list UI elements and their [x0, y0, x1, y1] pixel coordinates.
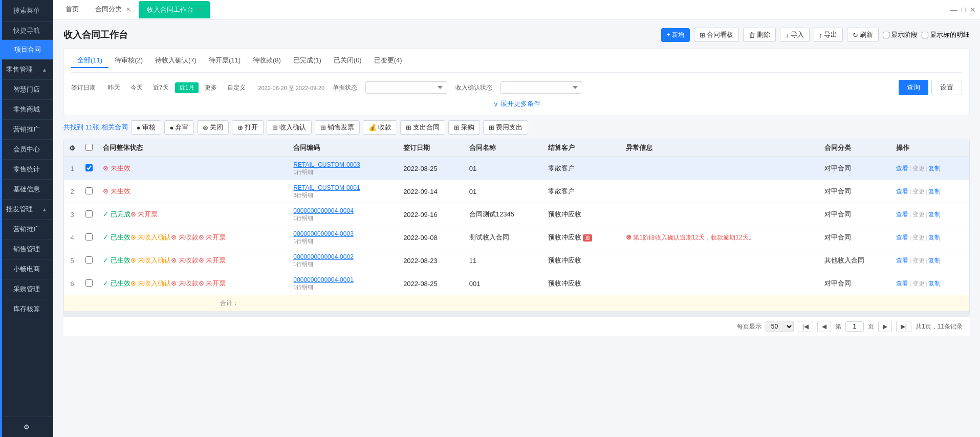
- tab-income-workbench[interactable]: 收入合同工作台 ✕: [139, 1, 210, 18]
- tab-close-income-workbench[interactable]: ✕: [197, 7, 202, 13]
- date-custom[interactable]: 自定义: [223, 82, 250, 93]
- filter-tab-completed[interactable]: 已完成(1): [287, 54, 328, 68]
- delete-button[interactable]: 🗑 删除: [743, 28, 776, 42]
- sidebar-item-smart[interactable]: 智慧门店: [0, 80, 53, 100]
- filter-tab-pending-invoice[interactable]: 待开票(11): [203, 54, 247, 68]
- op-复制[interactable]: 复制: [928, 257, 941, 264]
- filter-tab-changed[interactable]: 已变更(4): [368, 54, 408, 68]
- op-变更[interactable]: 变更: [912, 234, 925, 241]
- sidebar-item-purchase[interactable]: 采购管理: [0, 279, 53, 299]
- op-变更[interactable]: 变更: [912, 165, 925, 172]
- page-next-btn[interactable]: ▶: [878, 321, 892, 332]
- sidebar-item-stat[interactable]: 零售统计: [0, 160, 53, 180]
- contract-code-link[interactable]: RETAIL_CUSTOM-0003: [293, 161, 360, 168]
- filter-tab-pending-review[interactable]: 待审核(2): [108, 54, 149, 68]
- abandon-review-btn[interactable]: ● 弃审: [164, 120, 194, 135]
- filter-settings-button[interactable]: 设置: [931, 80, 962, 95]
- op-复制[interactable]: 复制: [928, 165, 941, 172]
- sidebar-item-base[interactable]: 基础信息: [0, 180, 53, 200]
- review-btn[interactable]: ● 审核: [131, 120, 161, 135]
- op-复制[interactable]: 复制: [928, 188, 941, 195]
- date-yesterday[interactable]: 昨天: [104, 82, 124, 93]
- sidebar-item-sales[interactable]: 销售管理: [0, 239, 53, 259]
- settings-button[interactable]: ⚙: [0, 417, 53, 437]
- sidebar-search[interactable]: 搜索菜单: [0, 0, 53, 22]
- op-变更[interactable]: 变更: [912, 211, 925, 218]
- op-变更[interactable]: 变更: [912, 257, 925, 264]
- date-more[interactable]: 更多: [201, 82, 221, 93]
- export-button[interactable]: ↑ 导出: [814, 28, 843, 42]
- date-last7[interactable]: 近7天: [149, 82, 173, 93]
- show-details-toggle[interactable]: 显示标的明细: [922, 30, 970, 39]
- tab-contract-cat[interactable]: 合同分类 ✕: [87, 1, 139, 19]
- op-复制[interactable]: 复制: [928, 211, 941, 218]
- add-button[interactable]: + 新增: [661, 28, 690, 42]
- tab-close-contract-cat[interactable]: ✕: [126, 6, 130, 12]
- sidebar-item-marketing[interactable]: 营销推广: [0, 120, 53, 140]
- op-查看[interactable]: 查看: [896, 188, 908, 195]
- page-number-input[interactable]: [845, 321, 864, 332]
- show-stages-toggle[interactable]: 显示阶段: [883, 30, 918, 39]
- contract-code-link[interactable]: 0000000000004-0003: [293, 230, 353, 237]
- op-查看[interactable]: 查看: [896, 165, 908, 172]
- row-checkbox[interactable]: [80, 226, 98, 249]
- page-prev-btn[interactable]: ◀: [817, 321, 831, 332]
- op-查看[interactable]: 查看: [896, 257, 908, 264]
- op-复制[interactable]: 复制: [928, 280, 941, 287]
- income-confirm-select[interactable]: [500, 81, 582, 94]
- refresh-button[interactable]: ↻ 刷新: [847, 28, 879, 42]
- expenditure-contract-btn[interactable]: ⊞ 支出合同: [400, 120, 445, 135]
- filter-tab-pending-income-confirm[interactable]: 待收入确认(7): [149, 54, 203, 68]
- filter-tab-closed[interactable]: 已关闭(0): [328, 54, 368, 68]
- open-btn[interactable]: ⊕ 打开: [232, 120, 264, 135]
- window-minimize-icon[interactable]: —: [950, 6, 957, 14]
- query-button[interactable]: 查询: [899, 80, 928, 95]
- date-today[interactable]: 今天: [126, 82, 147, 93]
- expense-btn[interactable]: ⊞ 费用支出: [483, 120, 528, 135]
- sidebar-item-member[interactable]: 会员中心: [0, 140, 53, 160]
- filter-tab-pending-payment[interactable]: 待收款(8): [247, 54, 287, 68]
- panel-button[interactable]: ⊞ 合同看板: [694, 28, 739, 42]
- row-checkbox[interactable]: [80, 203, 98, 226]
- filter-tab-all[interactable]: 全部(11): [71, 54, 108, 68]
- row-checkbox[interactable]: [80, 157, 98, 180]
- op-复制[interactable]: 复制: [928, 234, 941, 241]
- page-last-btn[interactable]: ▶|: [896, 321, 911, 332]
- window-maximize-icon[interactable]: □: [962, 6, 966, 14]
- income-confirm-btn[interactable]: ⊞ 收入确认: [267, 120, 312, 135]
- import-button[interactable]: ↓ 导入: [780, 28, 810, 42]
- tab-home[interactable]: 首页: [57, 1, 87, 19]
- expand-more-btn[interactable]: ∨ 展开更多条件: [71, 98, 962, 110]
- contract-code-link[interactable]: RETAIL_CUSTOM-0001: [293, 184, 360, 191]
- row-checkbox[interactable]: [80, 180, 98, 203]
- sidebar-item-project[interactable]: 项目合同: [0, 40, 53, 60]
- close-btn[interactable]: ⊗ 关闭: [197, 120, 229, 135]
- sidebar-item-wholesale[interactable]: 批发管理 ▲: [0, 200, 53, 220]
- page-first-btn[interactable]: |◀: [798, 321, 813, 332]
- row-checkbox[interactable]: [80, 249, 98, 272]
- op-变更[interactable]: 变更: [912, 280, 925, 287]
- page-size-select[interactable]: 50 10 20 100: [766, 321, 794, 332]
- purchase-btn[interactable]: ⊞ 采购: [448, 120, 480, 135]
- row-checkbox[interactable]: [80, 272, 98, 295]
- op-查看[interactable]: 查看: [896, 234, 908, 241]
- sidebar-item-stock[interactable]: 库存核算: [0, 299, 53, 319]
- sidebar-item-xiaochange[interactable]: 小畅电商: [0, 259, 53, 279]
- contract-code-link[interactable]: 0000000000004-0004: [293, 207, 353, 214]
- sidebar-quick-nav[interactable]: 快捷导航: [0, 22, 53, 40]
- window-close-icon[interactable]: ✕: [970, 6, 976, 14]
- col-checkbox-header[interactable]: [80, 139, 98, 157]
- op-查看[interactable]: 查看: [896, 211, 908, 218]
- sidebar-item-mkt2[interactable]: 营销推广: [0, 220, 53, 239]
- col-settings[interactable]: ⚙: [64, 139, 80, 157]
- doc-status-select[interactable]: [365, 81, 447, 94]
- date-last1m[interactable]: 近1月: [175, 82, 199, 93]
- contract-code-link[interactable]: 0000000000004-0001: [293, 276, 353, 283]
- op-变更[interactable]: 变更: [912, 188, 925, 195]
- sidebar-item-retail[interactable]: 零售管理 ▲: [0, 60, 53, 80]
- op-查看[interactable]: 查看: [896, 280, 908, 287]
- sidebar-item-online[interactable]: 零售商城: [0, 100, 53, 120]
- contract-code-link[interactable]: 0000000000004-0002: [293, 253, 353, 260]
- payment-btn[interactable]: 💰 收款: [363, 120, 397, 135]
- sales-invoice-btn[interactable]: ⊞ 销售发票: [315, 120, 360, 135]
